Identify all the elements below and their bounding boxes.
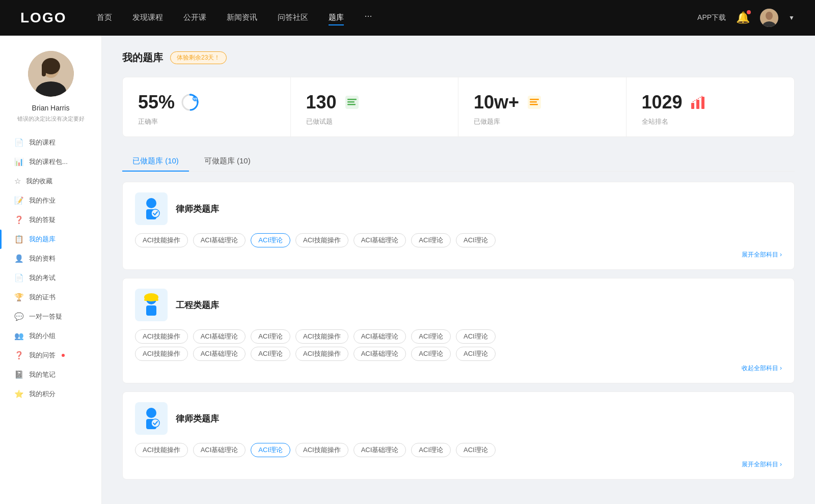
tag-0-5[interactable]: ACI理论 xyxy=(411,233,451,247)
sidebar-label-points: 我的积分 xyxy=(29,389,56,399)
sidebar-item-my-qa[interactable]: ❓ 我的问答 xyxy=(0,346,101,365)
done-questions-icon xyxy=(343,93,361,111)
tag-1-0[interactable]: ACI技能操作 xyxy=(135,329,188,344)
tag-0-1[interactable]: ACI基础理论 xyxy=(193,233,246,247)
sidebar-item-quiz-bank[interactable]: 📋 我的题库 xyxy=(0,230,101,249)
tag-1-4[interactable]: ACI基础理论 xyxy=(354,329,406,344)
nav-news[interactable]: 新闻资讯 xyxy=(227,11,257,25)
sidebar-item-profile[interactable]: 👤 我的资料 xyxy=(0,249,101,268)
tab-available[interactable]: 可做题库 (10) xyxy=(194,151,261,171)
accuracy-icon: 55 xyxy=(181,93,199,111)
tag-1-1[interactable]: ACI基础理论 xyxy=(193,329,246,344)
nav-qa[interactable]: 问答社区 xyxy=(278,11,308,25)
qbank-icon-engineer xyxy=(135,289,168,321)
sidebar-item-course-packages[interactable]: 📊 我的课程包... xyxy=(0,152,101,172)
sidebar-item-groups[interactable]: 👥 我的小组 xyxy=(0,326,101,346)
svg-rect-18 xyxy=(530,104,538,105)
stat-done-banks: 10w+ 已做题库 xyxy=(458,77,627,136)
svg-point-1 xyxy=(766,12,773,20)
sidebar-item-homework[interactable]: 📝 我的作业 xyxy=(0,191,101,210)
tag-1b-3[interactable]: ACI技能操作 xyxy=(295,347,348,361)
tab-done[interactable]: 已做题库 (10) xyxy=(122,151,189,171)
sidebar-item-favorites[interactable]: ☆ 我的收藏 xyxy=(0,172,101,191)
expand-link-2[interactable]: 展开全部科目 › xyxy=(135,460,782,469)
svg-rect-17 xyxy=(530,101,537,103)
stat-accuracy: 55% 55 正确率 xyxy=(123,77,291,136)
tag-2-5[interactable]: ACI理论 xyxy=(411,443,451,457)
tag-0-2[interactable]: ACI理论 xyxy=(251,233,290,247)
tag-2-3[interactable]: ACI技能操作 xyxy=(295,443,348,457)
trial-badge: 体验剩余23天！ xyxy=(170,51,227,64)
nav-more[interactable]: ··· xyxy=(364,11,372,25)
svg-rect-12 xyxy=(347,99,357,100)
sidebar-item-notes[interactable]: 📓 我的笔记 xyxy=(0,365,101,384)
tag-2-0[interactable]: ACI技能操作 xyxy=(135,443,188,457)
svg-rect-7 xyxy=(42,64,46,76)
tag-1-2[interactable]: ACI理论 xyxy=(251,329,290,344)
tag-1-6[interactable]: ACI理论 xyxy=(456,329,496,344)
tag-1-3[interactable]: ACI技能操作 xyxy=(295,329,348,344)
stat-done-questions-value: 130 xyxy=(306,92,337,113)
tag-1b-6[interactable]: ACI理论 xyxy=(456,347,496,361)
tag-1b-4[interactable]: ACI基础理论 xyxy=(354,347,406,361)
sidebar-label-groups: 我的小组 xyxy=(29,331,56,341)
ranking-icon xyxy=(689,93,707,111)
sidebar-label-one-on-one: 一对一答疑 xyxy=(29,312,62,321)
sidebar-label-exam: 我的考试 xyxy=(29,273,56,283)
app-download-link[interactable]: APP下载 xyxy=(697,13,726,22)
sidebar-item-points[interactable]: ⭐ 我的积分 xyxy=(0,384,101,404)
nav-open-course[interactable]: 公开课 xyxy=(183,11,206,25)
qbank-tags-0: ACI技能操作 ACI基础理论 ACI理论 ACI技能操作 ACI基础理论 AC… xyxy=(135,233,782,247)
tag-0-3[interactable]: ACI技能操作 xyxy=(295,233,348,247)
sidebar-label-my-courses: 我的课程 xyxy=(29,138,56,147)
nav-quiz[interactable]: 题库 xyxy=(329,11,344,25)
tabs: 已做题库 (10) 可做题库 (10) xyxy=(122,151,795,172)
groups-icon: 👥 xyxy=(14,331,24,341)
tag-1b-2[interactable]: ACI理论 xyxy=(251,347,290,361)
expand-link-0[interactable]: 展开全部科目 › xyxy=(135,250,782,259)
tag-0-6[interactable]: ACI理论 xyxy=(456,233,496,247)
tag-1-5[interactable]: ACI理论 xyxy=(411,329,451,344)
svg-point-29 xyxy=(146,408,156,418)
certificate-icon: 🏆 xyxy=(14,293,24,302)
sidebar-item-my-courses[interactable]: 📄 我的课程 xyxy=(0,133,101,152)
svg-rect-19 xyxy=(691,103,694,109)
navbar-right: APP下载 🔔 ▼ xyxy=(697,9,795,27)
svg-point-31 xyxy=(151,419,159,427)
nav-home[interactable]: 首页 xyxy=(97,11,112,25)
tag-1b-5[interactable]: ACI理论 xyxy=(411,347,451,361)
tag-2-4[interactable]: ACI基础理论 xyxy=(354,443,406,457)
tag-2-6[interactable]: ACI理论 xyxy=(456,443,496,457)
tag-1b-1[interactable]: ACI基础理论 xyxy=(193,347,246,361)
tag-0-0[interactable]: ACI技能操作 xyxy=(135,233,188,247)
sidebar-label-my-qa: 我的问答 xyxy=(29,351,56,360)
layout: Brian Harris 错误的决定比没有决定要好 📄 我的课程 📊 我的课程包… xyxy=(0,36,815,504)
collapse-link-1[interactable]: 收起全部科目 › xyxy=(135,364,782,373)
nav-discover[interactable]: 发现课程 xyxy=(132,11,163,25)
user-avatar[interactable] xyxy=(760,9,778,27)
sidebar-menu: 📄 我的课程 📊 我的课程包... ☆ 我的收藏 📝 我的作业 ❓ 我的答疑 📋 xyxy=(0,133,101,404)
sidebar-item-one-on-one[interactable]: 💬 一对一答疑 xyxy=(0,307,101,326)
qbank-tags-1b: ACI技能操作 ACI基础理论 ACI理论 ACI技能操作 ACI基础理论 AC… xyxy=(135,347,782,361)
sidebar-item-exam[interactable]: 📄 我的考试 xyxy=(0,268,101,288)
sidebar-item-certificate[interactable]: 🏆 我的证书 xyxy=(0,288,101,307)
tag-0-4[interactable]: ACI基础理论 xyxy=(354,233,406,247)
user-dropdown-caret[interactable]: ▼ xyxy=(789,14,795,21)
sidebar-avatar xyxy=(28,51,74,97)
svg-rect-20 xyxy=(696,100,699,109)
svg-point-22 xyxy=(146,198,156,208)
svg-rect-13 xyxy=(347,101,355,103)
tag-1b-0[interactable]: ACI技能操作 xyxy=(135,347,188,361)
stat-accuracy-value: 55% xyxy=(138,92,175,113)
stat-accuracy-label: 正确率 xyxy=(138,117,275,126)
course-packages-icon: 📊 xyxy=(14,157,24,166)
svg-rect-28 xyxy=(144,299,158,301)
tag-2-2[interactable]: ACI理论 xyxy=(251,443,290,457)
svg-text:55: 55 xyxy=(193,97,197,101)
tag-2-1[interactable]: ACI基础理论 xyxy=(193,443,246,457)
svg-point-24 xyxy=(151,209,159,217)
sidebar-item-questions[interactable]: ❓ 我的答疑 xyxy=(0,210,101,230)
qbank-tags-2: ACI技能操作 ACI基础理论 ACI理论 ACI技能操作 ACI基础理论 AC… xyxy=(135,443,782,457)
qbank-name-1: 工程类题库 xyxy=(176,299,219,311)
notification-bell[interactable]: 🔔 xyxy=(736,11,750,24)
